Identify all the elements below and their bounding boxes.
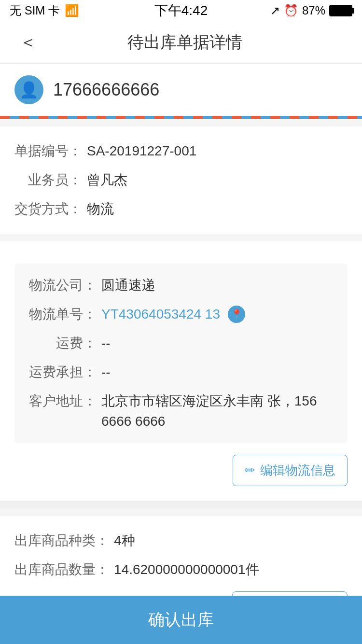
- freight-bearer-label: 运费承担：: [29, 362, 97, 382]
- goods-types-value: 4种: [114, 531, 348, 551]
- status-left: 无 SIM 卡 📶: [10, 3, 79, 18]
- confirm-button-label: 确认出库: [148, 609, 214, 631]
- address-value: 北京市市辖区海淀区永丰南 张，156 6666 6666: [101, 391, 333, 432]
- tracking-value: YT43064053424 13 📍: [101, 304, 333, 324]
- section-divider: [0, 501, 362, 508]
- freight-bearer-row: 运费承担： --: [29, 362, 333, 382]
- freight-value: --: [101, 333, 333, 353]
- logistics-card: 物流公司： 圆通速递 物流单号： YT43064053424 13 📍 运费： …: [14, 264, 348, 443]
- delivery-value: 物流: [87, 199, 348, 219]
- document-number-value: SA-20191227-001: [87, 141, 348, 161]
- tracking-row: 物流单号： YT43064053424 13 📍: [29, 304, 333, 324]
- salesman-value: 曾凡杰: [87, 170, 348, 190]
- salesman-row: 业务员： 曾凡杰: [14, 170, 348, 190]
- nav-bar: ＜ 待出库单据详情: [0, 21, 362, 64]
- goods-types-label: 出库商品种类：: [14, 531, 109, 551]
- map-pin-icon[interactable]: 📍: [228, 306, 245, 323]
- delivery-row: 交货方式： 物流: [14, 199, 348, 219]
- status-bar: 无 SIM 卡 📶 下午4:42 ↗ ⏰ 87%: [0, 0, 362, 21]
- freight-label: 运费：: [29, 333, 97, 353]
- page-title: 待出库单据详情: [51, 31, 319, 54]
- delivery-label: 交货方式：: [14, 199, 82, 219]
- battery-text: 87%: [302, 4, 325, 17]
- address-label: 客户地址：: [29, 391, 97, 411]
- tracking-label: 物流单号：: [29, 304, 97, 324]
- document-number-row: 单据编号： SA-20191227-001: [14, 141, 348, 161]
- company-row: 物流公司： 圆通速递: [29, 275, 333, 295]
- salesman-label: 业务员：: [14, 170, 82, 190]
- carrier-text: 无 SIM 卡: [10, 3, 60, 18]
- goods-quantity-label: 出库商品数量：: [14, 560, 109, 580]
- document-info-section: 单据编号： SA-20191227-001 业务员： 曾凡杰 交货方式： 物流: [0, 126, 362, 234]
- avatar-icon: 👤: [19, 81, 39, 99]
- goods-quantity-value: 14.620000000000001件: [114, 560, 348, 580]
- customer-phone: 17666666666: [53, 80, 159, 100]
- location-icon: ↗: [270, 4, 280, 17]
- avatar: 👤: [14, 75, 43, 104]
- wifi-icon: 📶: [65, 4, 79, 17]
- address-row: 客户地址： 北京市市辖区海淀区永丰南 张，156 6666 6666: [29, 391, 333, 432]
- tracking-number: YT43064053424 13: [101, 304, 220, 324]
- freight-row: 运费： --: [29, 333, 333, 353]
- dashed-separator: [0, 116, 362, 119]
- time-text: 下午4:42: [154, 1, 208, 20]
- freight-bearer-value: --: [101, 362, 333, 382]
- customer-header: 👤 17666666666: [0, 64, 362, 116]
- company-label: 物流公司：: [29, 275, 97, 295]
- goods-types-row: 出库商品种类： 4种: [14, 531, 348, 551]
- company-value: 圆通速递: [101, 275, 333, 295]
- edit-icon: ✏: [245, 463, 255, 478]
- status-right: ↗ ⏰ 87%: [270, 4, 352, 17]
- document-number-label: 单据编号：: [14, 141, 82, 161]
- logistics-section: 物流公司： 圆通速递 物流单号： YT43064053424 13 📍 运费： …: [0, 241, 362, 501]
- edit-btn-row: ✏ 编辑物流信息: [14, 455, 348, 486]
- battery-icon: [329, 5, 352, 16]
- edit-logistics-button[interactable]: ✏ 编辑物流信息: [233, 455, 348, 486]
- back-button[interactable]: ＜: [14, 26, 42, 59]
- confirm-bar[interactable]: 确认出库: [0, 596, 362, 644]
- edit-button-label: 编辑物流信息: [260, 462, 335, 479]
- goods-quantity-row: 出库商品数量： 14.620000000000001件: [14, 560, 348, 580]
- alarm-icon: ⏰: [284, 4, 298, 17]
